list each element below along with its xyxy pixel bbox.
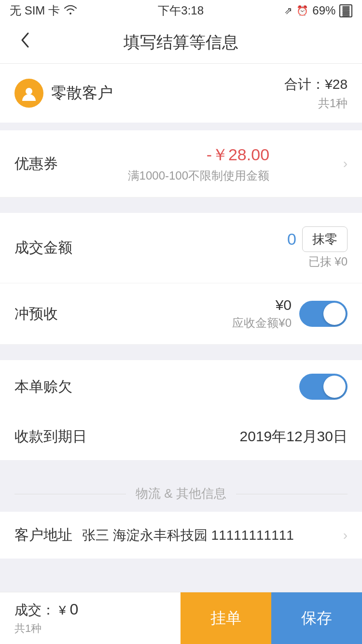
bottom-deal-label: 成交： [14, 601, 55, 619]
address-chevron-icon: › [343, 528, 348, 543]
section-divider-3 [0, 468, 362, 476]
round-zero-button[interactable]: 抹零 [302, 226, 348, 252]
debt-label: 本单赊欠 [14, 377, 72, 397]
bottom-count: 共1种 [14, 621, 166, 636]
alarm-icon: ⏰ [296, 5, 308, 16]
deal-amount-row: 成交金额 0 抹零 已抹 ¥0 [0, 213, 362, 283]
prepay-row: 冲预收 ¥0 应收金额¥0 [0, 283, 362, 345]
status-time: 下午3:18 [158, 3, 204, 18]
prepay-right: ¥0 应收金额¥0 [232, 297, 348, 331]
status-left: 无 SIM 卡 [10, 3, 77, 18]
coupon-section: 优惠券 -￥28.00 满1000-100不限制使用金额 › [0, 130, 362, 197]
due-date-value: 2019年12月30日 [240, 427, 348, 447]
prepay-label: 冲预收 [14, 304, 58, 324]
customer-name: 零散客户 [51, 83, 113, 104]
battery-icon: ▓ [339, 4, 352, 17]
status-bar: 无 SIM 卡 下午3:18 ⇗ ⏰ 69% ▓ [0, 0, 362, 21]
debt-toggle-knob [323, 376, 346, 398]
bottom-deal-symbol: ¥ [59, 603, 66, 618]
total-count: 共1种 [284, 96, 348, 111]
coupon-label: 优惠券 [14, 154, 58, 174]
page-title: 填写结算等信息 [124, 31, 238, 54]
prepay-values: ¥0 应收金额¥0 [232, 297, 292, 331]
prepay-value: ¥0 [276, 297, 292, 313]
due-date-row: 收款到期日 2019年12月30日 [0, 413, 362, 460]
status-right: ⇗ ⏰ 69% ▓ [284, 4, 352, 17]
customer-right: 合计：¥28 共1种 [284, 75, 348, 111]
sim-label: 无 SIM 卡 [10, 3, 60, 18]
section-divider-2 [0, 352, 362, 360]
chevron-right-icon: › [343, 156, 348, 171]
wifi-icon [64, 4, 77, 17]
deal-amount-value[interactable]: 0 [287, 230, 296, 249]
address-row[interactable]: 客户地址 张三 海淀永丰科技园 11111111111 › [0, 512, 362, 559]
nav-bar: 填写结算等信息 [0, 21, 362, 64]
deal-amount-values: 0 抹零 已抹 ¥0 [287, 226, 348, 269]
logistics-header: 物流 & 其他信息 [0, 476, 362, 512]
section-divider-1 [0, 205, 362, 213]
bottom-deal-value: 0 [70, 601, 78, 618]
deal-amount-label: 成交金额 [14, 238, 72, 258]
battery-label: 69% [312, 4, 335, 17]
save-button[interactable]: 保存 [271, 592, 362, 644]
debt-row: 本单赊欠 [0, 360, 362, 413]
coupon-row[interactable]: 优惠券 -￥28.00 满1000-100不限制使用金额 › [0, 130, 362, 197]
location-icon: ⇗ [284, 5, 292, 16]
deal-section: 成交金额 0 抹零 已抹 ¥0 冲预收 ¥0 应收金额¥0 [0, 213, 362, 345]
coupon-right: -￥28.00 满1000-100不限制使用金额 [128, 144, 269, 183]
address-label: 客户地址 [14, 525, 72, 545]
prepay-sub: 应收金额¥0 [232, 315, 292, 331]
coupon-description: 满1000-100不限制使用金额 [128, 168, 269, 183]
svg-point-0 [26, 88, 32, 95]
deal-amount-right: 0 抹零 已抹 ¥0 [287, 226, 348, 269]
due-date-label: 收款到期日 [14, 427, 87, 447]
debt-toggle[interactable] [299, 374, 348, 400]
back-button[interactable] [14, 27, 36, 58]
toggle-knob [323, 303, 346, 325]
bottom-bar: 成交： ¥ 0 共1种 挂单 保存 [0, 592, 362, 644]
content: 零散客户 合计：¥28 共1种 优惠券 -￥28.00 满1000-100不限制… [0, 64, 362, 624]
total-amount: 合计：¥28 [284, 75, 348, 94]
address-value: 张三 海淀永丰科技园 11111111111 [82, 526, 339, 545]
bottom-info: 成交： ¥ 0 共1种 [0, 592, 181, 644]
logistics-label: 物流 & 其他信息 [126, 485, 236, 502]
customer-row: 零散客户 合计：¥28 共1种 [0, 64, 362, 123]
bottom-deal-row: 成交： ¥ 0 [14, 601, 166, 619]
coupon-discount: -￥28.00 [128, 144, 269, 166]
avatar [14, 79, 43, 108]
prepay-toggle[interactable] [299, 301, 348, 327]
debt-section: 本单赊欠 收款到期日 2019年12月30日 [0, 360, 362, 460]
pending-button[interactable]: 挂单 [181, 592, 271, 644]
address-section: 客户地址 张三 海淀永丰科技园 11111111111 › [0, 512, 362, 559]
customer-left: 零散客户 [14, 79, 113, 108]
deal-amount-sub: 已抹 ¥0 [287, 254, 348, 269]
